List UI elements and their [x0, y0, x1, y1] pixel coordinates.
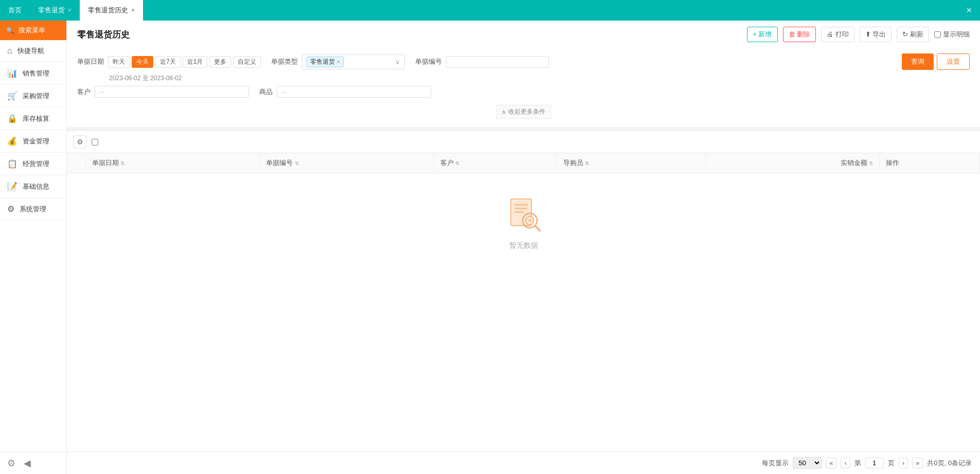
table-settings-icon[interactable]: ⚙ [73, 135, 86, 149]
tab-list: 首页 零售退货 × 零售退货历史 × [0, 0, 958, 21]
page-suffix: 页 [888, 459, 895, 468]
type-tag-value: 零售退货 [310, 58, 335, 66]
number-filter-label: 单据编号 [415, 57, 442, 66]
sidebar-item-inventory[interactable]: 🔒 库存核算 [0, 107, 66, 130]
last-page-btn[interactable]: » [912, 458, 923, 468]
sidebar-item-finance[interactable]: 💰 资金管理 [0, 130, 66, 153]
sidebar-item-sales[interactable]: 📊 销售管理 [0, 62, 66, 85]
date-btn-1month[interactable]: 近1月 [183, 56, 208, 68]
refresh-button[interactable]: ↻ 刷新 [897, 27, 929, 42]
th-customer[interactable]: 客户 ⇅ [434, 153, 557, 173]
type-filter: 单据类型 零售退货 × ∨ [271, 54, 405, 69]
th-date[interactable]: 单据日期 ⇅ [85, 153, 260, 173]
first-page-btn[interactable]: « [826, 458, 836, 468]
tab-return-history-close[interactable]: × [131, 7, 135, 14]
sidebar-item-quick-nav-label: 快捷导航 [17, 46, 44, 56]
sort-date-icon: ⇅ [120, 160, 124, 166]
filter-row-2: 客户 ··· 商品 ··· [77, 86, 970, 98]
date-btn-today[interactable]: 今天 [132, 56, 153, 68]
print-button[interactable]: 🖨 打印 [821, 27, 854, 42]
sidebar-bottom: ⚙ ◀ [0, 452, 66, 474]
svg-rect-3 [514, 211, 524, 213]
select-all-checkbox[interactable] [92, 139, 98, 145]
go-page-label: 第 [854, 459, 861, 468]
main-layout: 🔍 搜索菜单 ⌂ 快捷导航 📊 销售管理 🛒 采购管理 🔒 库存核算 💰 资金管… [0, 21, 980, 474]
sidebar-item-operations[interactable]: 📋 经营管理 [0, 153, 66, 175]
th-select [67, 153, 85, 173]
delete-button[interactable]: 🗑 删除 [783, 27, 816, 42]
export-button[interactable]: ⬆ 导出 [860, 27, 892, 42]
date-btn-more[interactable]: 更多 [209, 56, 231, 68]
tab-home[interactable]: 首页 [0, 0, 30, 21]
settings-bottom-icon[interactable]: ⚙ [7, 458, 15, 469]
sidebar-item-system[interactable]: ⚙ 系统管理 [0, 198, 66, 221]
display-detail-checkbox[interactable]: 显示明细 [934, 30, 970, 39]
date-shortcuts: 昨天 今天 近7天 近1月 更多 自定义 [108, 56, 261, 68]
th-guide-label: 导购员 [563, 159, 583, 167]
empty-icon [503, 194, 544, 235]
tab-return-label: 零售退货 [38, 6, 65, 15]
sidebar-item-sales-label: 销售管理 [23, 69, 49, 78]
th-guide[interactable]: 导购员 ⇅ [557, 153, 705, 173]
sidebar-item-finance-label: 资金管理 [23, 137, 49, 146]
finance-icon: 💰 [7, 136, 17, 146]
page-title-row: 零售退货历史 + 新增 🗑 删除 🖨 打印 ⬆ 导出 ↻ 刷新 显示明细 [77, 27, 970, 42]
sidebar-item-purchase[interactable]: 🛒 采购管理 [0, 85, 66, 107]
collapse-sidebar-icon[interactable]: ◀ [24, 458, 31, 469]
tab-return[interactable]: 零售退货 × [30, 0, 80, 21]
th-amount-label: 实销金额 [841, 159, 867, 167]
svg-line-6 [535, 226, 540, 231]
page-header: 零售退货历史 + 新增 🗑 删除 🖨 打印 ⬆ 导出 ↻ 刷新 显示明细 [67, 21, 980, 127]
action-btns: 查询 设置 [902, 53, 970, 70]
date-btn-yesterday[interactable]: 昨天 [108, 56, 130, 68]
gear-icon: ⚙ [77, 138, 83, 146]
tab-return-history[interactable]: 零售退货历史 × [80, 0, 143, 21]
svg-point-7 [528, 219, 531, 222]
th-amount[interactable]: 实销金额 ⇅ [705, 153, 880, 173]
purchase-icon: 🛒 [7, 91, 17, 101]
svg-rect-2 [514, 208, 528, 209]
per-page-select[interactable]: 50 100 200 [793, 457, 822, 469]
add-button[interactable]: + 新增 [747, 27, 777, 42]
data-table: 单据日期 ⇅ 单据编号 ⇅ 客户 ⇅ [67, 153, 980, 173]
sidebar-item-quick-nav[interactable]: ⌂ 快捷导航 [0, 40, 66, 62]
sidebar-search[interactable]: 🔍 搜索菜单 [0, 21, 66, 40]
type-tag-close[interactable]: × [336, 59, 340, 65]
table-toolbar: ⚙ [67, 131, 980, 153]
empty-text: 暂无数据 [509, 241, 538, 250]
window-close-button[interactable]: × [958, 5, 980, 16]
display-detail-label: 显示明细 [943, 30, 970, 39]
sidebar-item-basic-info[interactable]: 📝 基础信息 [0, 175, 66, 198]
empty-state: 暂无数据 [67, 173, 980, 271]
svg-rect-1 [514, 204, 528, 206]
query-button[interactable]: 查询 [902, 53, 934, 70]
page-input[interactable] [865, 458, 884, 468]
sort-amount-icon: ⇅ [869, 160, 873, 166]
sidebar-item-operations-label: 经营管理 [23, 159, 49, 169]
sidebar-item-system-label: 系统管理 [20, 205, 46, 214]
settings-button[interactable]: 设置 [937, 53, 970, 70]
number-filter: 单据编号 [415, 56, 549, 68]
customer-select[interactable]: ··· [95, 86, 249, 98]
type-filter-label: 单据类型 [271, 57, 298, 66]
type-select[interactable]: 零售退货 × ∨ [302, 54, 405, 69]
tab-return-close[interactable]: × [68, 7, 72, 14]
th-action-label: 操作 [886, 159, 899, 167]
date-btn-custom[interactable]: 自定义 [233, 56, 261, 68]
number-input[interactable] [446, 56, 549, 68]
collapse-button[interactable]: ∧ 收起更多条件 [496, 105, 551, 119]
display-detail-input[interactable] [934, 31, 941, 38]
top-bar: 首页 零售退货 × 零售退货历史 × × [0, 0, 980, 21]
pagination: 每页显示 50 100 200 « ‹ 第 页 › » 共0页, 0条记录 [67, 451, 980, 474]
th-number[interactable]: 单据编号 ⇅ [260, 153, 434, 173]
home-icon: ⌂ [7, 46, 12, 56]
content-area: 零售退货历史 + 新增 🗑 删除 🖨 打印 ⬆ 导出 ↻ 刷新 显示明细 [67, 21, 980, 474]
type-dropdown-icon: ∨ [395, 58, 400, 66]
goods-select[interactable]: ··· [277, 86, 431, 98]
prev-page-btn[interactable]: ‹ [841, 458, 850, 468]
toolbar: + 新增 🗑 删除 🖨 打印 ⬆ 导出 ↻ 刷新 显示明细 [747, 27, 970, 42]
th-date-label: 单据日期 [92, 159, 119, 167]
next-page-btn[interactable]: › [899, 458, 908, 468]
date-btn-7days[interactable]: 近7天 [155, 56, 181, 68]
sort-guide-icon: ⇅ [585, 160, 589, 166]
